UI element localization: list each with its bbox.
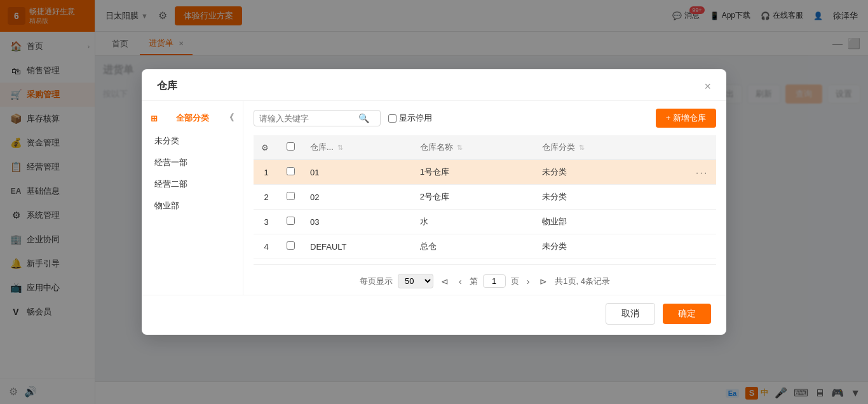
- row-check[interactable]: [279, 234, 302, 259]
- th-check[interactable]: [279, 135, 302, 160]
- show-disabled-text: 显示停用: [399, 112, 432, 124]
- category-dept1[interactable]: 经营一部: [142, 152, 243, 173]
- row-category: 物业部: [534, 210, 657, 234]
- th-actions: [657, 135, 716, 160]
- modal-header: 仓库 ×: [142, 69, 726, 101]
- warehouse-table: ⚙ 仓库... ⇅: [254, 135, 716, 259]
- table-container: ⚙ 仓库... ⇅: [254, 135, 716, 259]
- th-code[interactable]: 仓库... ⇅: [302, 135, 412, 160]
- collapse-icon[interactable]: 《: [225, 112, 234, 124]
- row-checkbox[interactable]: [287, 167, 295, 175]
- show-disabled-label[interactable]: 显示停用: [388, 112, 432, 124]
- row-index: 4: [254, 234, 279, 259]
- th-category[interactable]: 仓库分类 ⇅: [534, 135, 657, 160]
- modal-title: 仓库: [157, 79, 177, 93]
- show-disabled-checkbox[interactable]: [388, 114, 397, 123]
- page-label: 第: [470, 276, 478, 287]
- warehouse-modal: 仓库 × ⊞ 全部分类 《 未分类 经营一部 经营二部: [142, 69, 726, 335]
- modal-body: ⊞ 全部分类 《 未分类 经营一部 经营二部 物业部: [142, 101, 726, 295]
- search-input[interactable]: [259, 114, 355, 123]
- table-row[interactable]: 3 03 水 物业部: [254, 210, 716, 234]
- row-name: 1号仓库: [412, 160, 535, 185]
- table-row[interactable]: 4 DEFAULT 总仓 未分类: [254, 234, 716, 259]
- category-property[interactable]: 物业部: [142, 195, 243, 217]
- category-unclassified[interactable]: 未分类: [142, 130, 243, 152]
- row-actions[interactable]: [657, 234, 716, 259]
- pagination: 每页显示 50 10 20 100 ⊲ ‹ 第 页 › ⊳ 共1页, 4条记录: [254, 264, 716, 295]
- table-header: ⚙ 仓库... ⇅: [254, 135, 716, 160]
- modal-toolbar: 🔍 显示停用 + 新增仓库: [254, 109, 716, 128]
- th-gear[interactable]: ⚙: [254, 135, 279, 160]
- row-index: 2: [254, 185, 279, 210]
- row-category: 未分类: [534, 160, 657, 185]
- confirm-button[interactable]: 确定: [663, 304, 711, 324]
- per-page-select[interactable]: 50 10 20 100: [398, 274, 433, 288]
- modal-right-panel: 🔍 显示停用 + 新增仓库 ⚙: [243, 101, 726, 295]
- th-name[interactable]: 仓库名称 ⇅: [412, 135, 535, 160]
- page-input[interactable]: [483, 274, 506, 288]
- row-code: DEFAULT: [302, 234, 412, 259]
- row-index: 1: [254, 160, 279, 185]
- all-categories-label: 全部分类: [176, 112, 209, 124]
- category-label: 经营一部: [154, 158, 187, 167]
- modal-overlay: 仓库 × ⊞ 全部分类 《 未分类 经营一部 经营二部: [0, 0, 868, 404]
- sort-icon: ⇅: [579, 144, 585, 152]
- cancel-button[interactable]: 取消: [606, 303, 655, 325]
- per-page-label: 每页显示: [360, 276, 393, 287]
- row-code: 01: [302, 160, 412, 185]
- row-category: 未分类: [534, 185, 657, 210]
- grid-icon: ⊞: [151, 114, 158, 123]
- row-code: 03: [302, 210, 412, 234]
- search-icon[interactable]: 🔍: [358, 113, 369, 123]
- first-page-button[interactable]: ⊲: [438, 275, 451, 288]
- add-warehouse-button[interactable]: + 新增仓库: [656, 109, 716, 128]
- category-label: 物业部: [154, 201, 179, 210]
- row-actions[interactable]: [657, 185, 716, 210]
- sort-icon: ⇅: [457, 144, 463, 152]
- table-row[interactable]: 2 02 2号仓库 未分类: [254, 185, 716, 210]
- select-all-checkbox[interactable]: [287, 142, 295, 151]
- table-body: 1 01 1号仓库 未分类 ··· 2: [254, 160, 716, 259]
- row-check[interactable]: [279, 210, 302, 234]
- row-check[interactable]: [279, 160, 302, 185]
- row-checkbox[interactable]: [287, 217, 295, 225]
- category-label: 经营二部: [154, 179, 187, 189]
- modal-category-panel: ⊞ 全部分类 《 未分类 经营一部 经营二部 物业部: [142, 101, 243, 295]
- row-actions[interactable]: ···: [657, 160, 716, 185]
- category-label: 未分类: [154, 136, 179, 145]
- modal-close-button[interactable]: ×: [704, 81, 711, 92]
- modal-footer: 取消 确定: [142, 295, 726, 335]
- total-info: 共1页, 4条记录: [555, 276, 610, 287]
- row-actions[interactable]: [657, 210, 716, 234]
- prev-page-button[interactable]: ‹: [456, 275, 465, 288]
- page-unit: 页: [511, 276, 519, 287]
- row-check[interactable]: [279, 185, 302, 210]
- row-checkbox[interactable]: [287, 192, 295, 200]
- row-code: 02: [302, 185, 412, 210]
- row-name: 2号仓库: [412, 185, 535, 210]
- row-checkbox[interactable]: [287, 241, 295, 250]
- search-box: 🔍: [254, 110, 381, 126]
- row-name: 水: [412, 210, 535, 234]
- row-index: 3: [254, 210, 279, 234]
- sort-icon: ⇅: [337, 144, 343, 152]
- all-categories-item[interactable]: ⊞ 全部分类 《: [142, 109, 243, 130]
- row-name: 总仓: [412, 234, 535, 259]
- last-page-button[interactable]: ⊳: [537, 275, 550, 288]
- category-dept2[interactable]: 经营二部: [142, 173, 243, 195]
- row-category: 未分类: [534, 234, 657, 259]
- next-page-button[interactable]: ›: [524, 275, 532, 288]
- table-row[interactable]: 1 01 1号仓库 未分类 ···: [254, 160, 716, 185]
